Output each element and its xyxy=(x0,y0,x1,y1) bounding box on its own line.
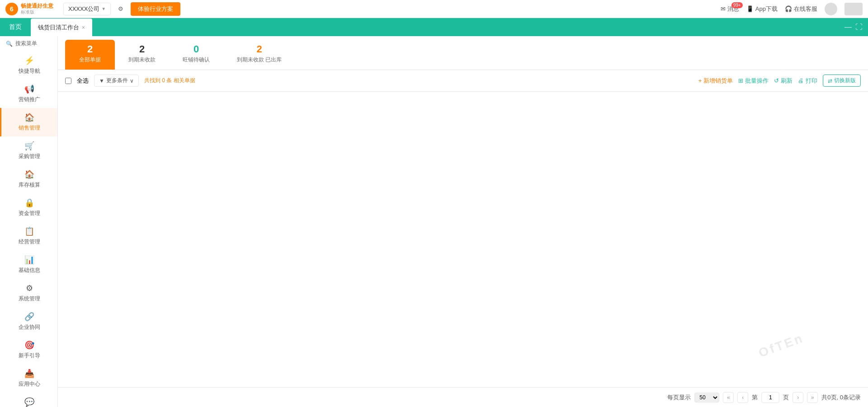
stat-tab-overdue[interactable]: 2 到期未收款 xyxy=(115,40,169,70)
tab-home[interactable]: 首页 xyxy=(0,18,31,36)
next-page-button[interactable]: › xyxy=(793,392,803,403)
sidebar-item-enterprise[interactable]: 🔗 企业协同 xyxy=(0,307,57,336)
page-label: 第 xyxy=(752,393,758,402)
logo-sub: 标准版 xyxy=(21,9,53,15)
sidebar-label-quick-nav: 快捷导航 xyxy=(19,67,40,75)
sidebar-item-base-info[interactable]: 📊 基础信息 xyxy=(0,250,57,279)
tab-label: 钱货日清工作台 xyxy=(38,23,79,32)
sidebar-label-system: 系统管理 xyxy=(19,295,40,303)
search-suffix: 相关单据 xyxy=(174,77,195,84)
sidebar-label-finance: 资金管理 xyxy=(19,210,40,217)
sidebar-item-purchase[interactable]: 🛒 采购管理 xyxy=(0,136,57,165)
purchase-icon: 🛒 xyxy=(24,141,34,151)
avatar[interactable] xyxy=(825,3,837,15)
sidebar-item-inventory[interactable]: 🏠 库存核算 xyxy=(0,165,57,193)
stat-count-pending: 0 xyxy=(193,43,199,55)
batch-label: 批量操作 xyxy=(745,77,769,85)
search-prefix: 共找到 xyxy=(144,77,160,84)
sidebar-item-quick-nav[interactable]: ⚡ 快捷导航 xyxy=(0,51,57,80)
filter-button[interactable]: ▼ 更多条件 ∨ xyxy=(94,75,139,87)
header-right: ✉ 消息 99+ 📱 App下载 🎧 在线客服 xyxy=(721,3,863,15)
wechat-icon: 💬 xyxy=(24,397,34,407)
main-layout: 🔍 搜索菜单 ⚡ 快捷导航 📢 营销推广 🏠 销售管理 🛒 采购管理 🏠 库存核… xyxy=(0,36,868,407)
sidebar-item-finance[interactable]: 🔒 资金管理 xyxy=(0,193,57,222)
search-icon: 🔍 xyxy=(6,41,13,47)
headset-icon: 🎧 xyxy=(785,5,792,12)
batch-icon: ⊞ xyxy=(738,77,743,84)
refresh-icon: ↺ xyxy=(774,77,779,84)
refresh-button[interactable]: ↺ 刷新 xyxy=(774,77,793,85)
per-page-select[interactable]: 20 50 100 xyxy=(694,393,719,402)
message-badge: 99+ xyxy=(731,2,743,8)
tab-expand-icon[interactable]: ⛶ xyxy=(855,23,863,31)
toolbar-right: + 新增销货单 ⊞ 批量操作 ↺ 刷新 🖨 打印 ⇄ 切换新版 xyxy=(698,75,861,87)
sidebar-item-app-center[interactable]: 📥 应用中心 xyxy=(0,364,57,393)
logo-icon: 6 xyxy=(5,3,18,15)
print-label: 打印 xyxy=(806,77,817,85)
system-icon: ⚙ xyxy=(26,283,33,293)
prev-page-button[interactable]: ‹ xyxy=(737,392,748,403)
online-service-button[interactable]: 🎧 在线客服 xyxy=(785,5,817,13)
lightning-icon: ⚡ xyxy=(24,56,34,65)
operations-icon: 📋 xyxy=(24,226,34,236)
stat-tab-pending[interactable]: 0 旺铺待确认 xyxy=(169,40,223,70)
user-info[interactable] xyxy=(844,3,863,15)
sidebar-item-marketing[interactable]: 📢 营销推广 xyxy=(0,80,57,108)
search-result: 共找到 0 条 相关单据 xyxy=(144,77,195,84)
print-button[interactable]: 🖨 打印 xyxy=(798,77,817,85)
sidebar-item-sales[interactable]: 🏠 销售管理 xyxy=(0,108,57,136)
pagination: 每页显示 20 50 100 « ‹ 第 页 › » 共0页, 0条记录 xyxy=(58,387,868,407)
print-icon: 🖨 xyxy=(798,77,804,84)
total-info: 共0页, 0条记录 xyxy=(821,393,861,402)
sidebar-search[interactable]: 🔍 搜索菜单 xyxy=(0,36,57,51)
tab-minimize-icon[interactable]: — xyxy=(844,23,852,31)
tab-close-icon[interactable]: × xyxy=(82,24,85,31)
base-info-icon: 📊 xyxy=(24,255,34,265)
company-name: XXXXX公司 xyxy=(68,5,99,13)
experience-btn[interactable]: 体验行业方案 xyxy=(131,2,180,16)
logo-text: 畅捷通好生意 标准版 xyxy=(21,3,53,14)
guide-icon: 🎯 xyxy=(24,340,34,350)
settings-button[interactable]: ⚙ xyxy=(114,3,127,15)
switch-version-button[interactable]: ⇄ 切换新版 xyxy=(823,75,861,87)
logo-main: 畅捷通好生意 xyxy=(21,3,53,9)
stat-tab-shipped[interactable]: 2 到期未收款 已出库 xyxy=(223,40,295,70)
filter-arrow-icon: ∨ xyxy=(130,78,134,84)
sidebar-item-operations[interactable]: 📋 经营管理 xyxy=(0,222,57,250)
last-page-button[interactable]: » xyxy=(807,392,818,403)
add-button[interactable]: + 新增销货单 xyxy=(698,77,733,85)
logo-area: 6 畅捷通好生意 标准版 xyxy=(5,3,63,15)
stat-count-overdue: 2 xyxy=(139,43,145,55)
message-button[interactable]: ✉ 消息 99+ xyxy=(721,5,739,13)
finance-icon: 🔒 xyxy=(24,198,34,208)
tab-bar-actions: — ⛶ xyxy=(844,23,868,31)
page-suffix: 页 xyxy=(783,393,789,402)
sidebar-item-guide[interactable]: 🎯 新手引导 xyxy=(0,336,57,364)
stat-tab-all[interactable]: 2 全部单据 xyxy=(65,40,115,70)
table-area xyxy=(58,92,868,387)
gear-icon: ⚙ xyxy=(118,5,123,12)
sidebar-item-wechat[interactable]: 💬 企业微信 xyxy=(0,393,57,407)
switch-icon: ⇄ xyxy=(828,78,832,84)
content-area: 2 全部单据 2 到期未收款 0 旺铺待确认 2 到期未收款 已出库 全选 ▼ … xyxy=(58,36,868,407)
stat-label-overdue: 到期未收款 xyxy=(128,56,156,64)
app-download-button[interactable]: 📱 App下载 xyxy=(746,5,778,13)
sidebar-label-operations: 经营管理 xyxy=(19,238,40,246)
stats-tabs: 2 全部单据 2 到期未收款 0 旺铺待确认 2 到期未收款 已出库 xyxy=(58,36,868,70)
filter-label: 更多条件 xyxy=(106,77,128,84)
sidebar-item-system[interactable]: ⚙ 系统管理 xyxy=(0,279,57,307)
company-selector[interactable]: XXXXX公司 ▼ xyxy=(63,3,111,15)
first-page-button[interactable]: « xyxy=(723,392,734,403)
page-number-input[interactable] xyxy=(761,392,779,403)
stat-label-pending: 旺铺待确认 xyxy=(183,56,210,64)
select-all-label: 全选 xyxy=(77,77,89,85)
select-all-checkbox[interactable] xyxy=(65,78,71,84)
company-arrow-icon: ▼ xyxy=(101,6,106,11)
sales-icon: 🏠 xyxy=(24,112,34,122)
filter-icon: ▼ xyxy=(99,78,104,84)
tab-active[interactable]: 钱货日清工作台 × xyxy=(31,19,92,37)
batch-button[interactable]: ⊞ 批量操作 xyxy=(738,77,769,85)
search-count: 0 xyxy=(162,77,165,84)
toolbar: 全选 ▼ 更多条件 ∨ 共找到 0 条 相关单据 + 新增销货单 ⊞ 批量操作 … xyxy=(58,70,868,92)
app-center-icon: 📥 xyxy=(24,369,34,379)
